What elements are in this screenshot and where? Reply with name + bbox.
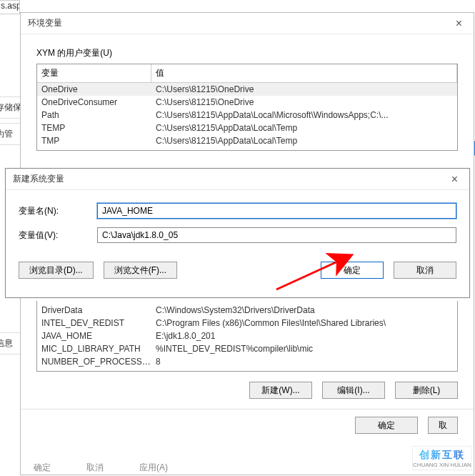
- close-icon[interactable]: ×: [451, 17, 466, 30]
- new-var-ok-button[interactable]: 确定: [321, 262, 384, 279]
- foot-apply: 应用(A): [139, 462, 168, 476]
- table-row[interactable]: OneDriveC:\Users\81215\OneDrive: [37, 83, 457, 96]
- new-var-body: 变量名(N): 变量值(V):: [6, 190, 469, 262]
- cell-var: NUMBER_OF_PROCESSORS: [41, 357, 156, 367]
- table-row[interactable]: OneDriveConsumerC:\Users\81215\OneDrive: [37, 96, 457, 109]
- cell-var: MIC_LD_LIBRARY_PATH: [41, 344, 156, 354]
- browse-file-button[interactable]: 浏览文件(F)...: [104, 262, 177, 279]
- env-titlebar: 环境变量 ×: [21, 13, 474, 34]
- col-variable[interactable]: 变量: [37, 64, 151, 82]
- browse-dir-button[interactable]: 浏览目录(D)...: [19, 262, 94, 279]
- env-title: 环境变量: [28, 17, 62, 29]
- watermark: 创新互联 CHUANG XIN HULIAN: [412, 446, 472, 470]
- cell-var: TEMP: [41, 123, 156, 133]
- watermark-logo: 创新互联: [419, 449, 465, 462]
- table-row[interactable]: INTEL_DEV_REDISTC:\Program Files (x86)\C…: [37, 317, 457, 329]
- table-row[interactable]: JAVA_HOMEE:\jdk1.8.0_201: [37, 329, 457, 342]
- new-var-cancel-button[interactable]: 取消: [394, 262, 456, 279]
- table-row[interactable]: TMPC:\Users\81215\AppData\Local\Temp: [37, 134, 457, 147]
- close-icon[interactable]: ×: [447, 173, 462, 186]
- system-vars-buttons: 新建(W)... 编辑(I)... 删除(L): [36, 382, 458, 399]
- cell-val: C:\Users\81215\AppData\Local\Temp: [156, 123, 453, 133]
- table-row[interactable]: PathC:\Users\81215\AppData\Local\Microso…: [37, 109, 457, 122]
- new-var-title: 新建系统变量: [13, 173, 64, 185]
- system-vars-table[interactable]: DriverDataC:\Windows\System32\Drivers\Dr…: [36, 301, 458, 372]
- table-header: 变量 值: [37, 64, 457, 83]
- env-ok-button[interactable]: 确定: [355, 417, 418, 434]
- table-row[interactable]: MIC_LD_LIBRARY_PATH%INTEL_DEV_REDIST%com…: [37, 342, 457, 355]
- var-name-row: 变量名(N):: [19, 203, 456, 219]
- foot-ok: 确定: [34, 462, 51, 476]
- watermark-sub: CHUANG XIN HULIAN: [413, 462, 471, 468]
- cell-var: DriverData: [41, 305, 156, 315]
- cell-var: OneDriveConsumer: [41, 97, 156, 107]
- cell-val: 8: [156, 357, 453, 367]
- new-button[interactable]: 新建(W)...: [249, 382, 312, 399]
- table-row[interactable]: DriverDataC:\Windows\System32\Drivers\Dr…: [37, 304, 457, 317]
- user-vars-label: XYM 的用户变量(U): [36, 47, 474, 59]
- user-vars-table[interactable]: 变量 值 OneDriveC:\Users\81215\OneDriveOneD…: [36, 64, 458, 151]
- var-name-label: 变量名(N):: [19, 205, 97, 217]
- cell-val: E:\jdk1.8.0_201: [156, 331, 453, 341]
- cell-var: TMP: [41, 136, 156, 146]
- new-var-buttons: 浏览目录(D)... 浏览文件(F)... 确定 取消: [6, 262, 469, 289]
- table-row[interactable]: TEMPC:\Users\81215\AppData\Local\Temp: [37, 122, 457, 134]
- cell-val: C:\Users\81215\AppData\Local\Temp: [156, 136, 453, 146]
- var-name-input[interactable]: [97, 203, 456, 219]
- col-value[interactable]: 值: [151, 64, 457, 82]
- cell-val: C:\Windows\System32\Drivers\DriverData: [156, 305, 453, 315]
- cell-val: %INTEL_DEV_REDIST%compiler\lib\mic: [156, 344, 453, 354]
- delete-button[interactable]: 删除(L): [395, 382, 458, 399]
- env-dialog-buttons: 确定 取: [36, 417, 458, 434]
- cell-val: C:\Users\81215\OneDrive: [156, 97, 453, 107]
- foot-cancel: 取消: [86, 462, 104, 476]
- new-var-titlebar: 新建系统变量 ×: [6, 169, 469, 190]
- var-value-input[interactable]: [97, 227, 456, 243]
- bg-footer-fragment: 确定 取消 应用(A): [0, 462, 168, 476]
- edit-button[interactable]: 编辑(I)...: [322, 382, 385, 399]
- cell-val: C:\Users\81215\OneDrive: [156, 84, 453, 94]
- var-value-row: 变量值(V):: [19, 227, 456, 243]
- table-row[interactable]: NUMBER_OF_PROCESSORS8: [37, 355, 457, 368]
- user-vars-body: OneDriveC:\Users\81215\OneDriveOneDriveC…: [37, 83, 457, 147]
- bg-left-fragments: 存储保 为管: [0, 96, 21, 149]
- cell-var: JAVA_HOME: [41, 331, 156, 341]
- cell-val: C:\Users\81215\AppData\Local\Microsoft\W…: [156, 110, 453, 120]
- cell-var: OneDrive: [41, 84, 156, 94]
- var-value-label: 变量值(V):: [19, 229, 97, 242]
- cell-val: C:\Program Files (x86)\Common Files\Inte…: [156, 318, 453, 328]
- cell-var: INTEL_DEV_REDIST: [41, 318, 156, 328]
- bg-fragment-asp: s.asp: [0, 0, 20, 14]
- new-system-variable-dialog: 新建系统变量 × 变量名(N): 变量值(V): 浏览目录(D)... 浏览文件…: [5, 168, 470, 298]
- system-vars-body: DriverDataC:\Windows\System32\Drivers\Dr…: [37, 301, 457, 368]
- env-cancel-button[interactable]: 取: [428, 417, 458, 434]
- cell-var: Path: [41, 110, 156, 120]
